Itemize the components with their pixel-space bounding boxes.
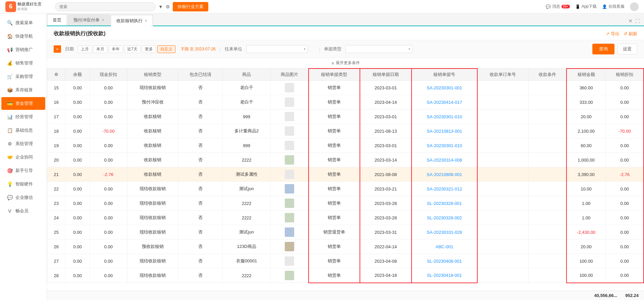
expand-chevron-icon: ∨ xyxy=(331,61,334,66)
brand-name: 畅捷通好生意 xyxy=(17,2,42,7)
sidebar-item-search[interactable]: 🔍 搜索菜单 xyxy=(1,16,45,29)
tab-verify-close[interactable]: ✕ xyxy=(145,19,147,23)
query-button[interactable]: 查询 xyxy=(592,44,614,54)
search-dropdown-icon[interactable]: ▼ xyxy=(158,4,163,9)
sidebar-item-sales[interactable]: 💰 销售管理 xyxy=(1,57,45,70)
goods-image-placeholder xyxy=(285,227,294,237)
sidebar-item-basic[interactable]: 📋 基础信息 xyxy=(1,124,45,137)
refresh-icon: ↺ xyxy=(624,31,627,36)
verify-doc-no-link[interactable]: SL-20230328-002 xyxy=(427,215,462,220)
partner-filter-label: 往来单位 xyxy=(225,46,242,52)
expand-more-bar[interactable]: ∨ 展开更多条件 xyxy=(47,58,644,68)
message-icon: 💬 xyxy=(546,4,551,9)
top-search-input[interactable] xyxy=(55,2,156,11)
cash-discount-cell: 0.00 xyxy=(90,268,127,283)
brand: 6 畅捷通好生意 标准版 xyxy=(5,1,52,12)
verify-doc-date-cell: 2023-03-01 xyxy=(360,138,412,153)
refresh-button[interactable]: ↺ 刷新 xyxy=(624,31,637,37)
setting-button[interactable]: 设置 xyxy=(617,44,637,54)
verify-type-cell: 收款核销 xyxy=(127,153,178,167)
user-avatar[interactable] xyxy=(630,2,639,11)
verify-doc-no-link[interactable]: SA-20230301-010 xyxy=(427,143,462,148)
verify-doc-no-link[interactable]: SL-20230418-001 xyxy=(427,273,462,278)
goods-image-cell xyxy=(271,182,309,196)
verify-doc-type-cell: 销货单 xyxy=(309,211,360,225)
verify-discount-cell: 0.00 xyxy=(606,268,644,283)
verify-type-cell: 现结收款核销 xyxy=(127,81,178,95)
sidebar-label-guide: 新手引导 xyxy=(15,168,33,174)
wechat-icon: 💬 xyxy=(7,195,13,200)
tab-close-window-icon[interactable]: ✕ xyxy=(628,18,633,24)
sidebar-item-collab[interactable]: 🤝 企业协同 xyxy=(1,151,45,164)
sidebar-item-system[interactable]: ⚙ 系统管理 xyxy=(1,137,45,150)
include-settled-cell: 否 xyxy=(178,182,222,196)
verify-doc-no-link[interactable]: SA-20230301-010 xyxy=(427,114,462,119)
date-this-month-btn[interactable]: 本月 xyxy=(93,45,107,53)
cash-discount-cell: 0.00 xyxy=(90,138,127,153)
sidebar-item-operations[interactable]: 📊 经营管理 xyxy=(1,111,45,123)
partner-input[interactable] xyxy=(246,45,308,53)
date-more-btn[interactable]: 更多 xyxy=(142,45,156,53)
date-last-7days-btn[interactable]: 近7天 xyxy=(124,45,141,53)
date-custom-btn[interactable]: 自定义 xyxy=(157,45,175,53)
verify-type-cell: 收款核销 xyxy=(127,110,178,124)
verify-doc-no-cell: SA-20230314-008 xyxy=(412,153,477,167)
verify-doc-no-cell: ABC-001 xyxy=(412,240,477,254)
sidebar-item-purchase[interactable]: 🛒 采购管理 xyxy=(1,70,45,83)
verify-amount-cell: 3,390.00 xyxy=(567,167,606,182)
industry-solution-button[interactable]: 休验行业方案 xyxy=(173,2,208,11)
balance-cell: 0.00 xyxy=(65,211,90,225)
goods-cell: 多计量商品2 xyxy=(223,124,271,138)
sidebar-item-inventory[interactable]: 📦 库存核算 xyxy=(1,84,45,96)
sidebar-item-hardware[interactable]: 💡 智能硬件 xyxy=(1,178,45,190)
col-gear[interactable]: ⚙ xyxy=(47,69,65,81)
verify-doc-type-cell: 销货单 xyxy=(309,196,360,211)
tab-maximize-icon[interactable]: ⛶ xyxy=(635,18,640,24)
verify-doc-no-link[interactable]: SL-20230408-001 xyxy=(427,259,462,264)
online-service-action[interactable]: 👤 在线客服 xyxy=(602,4,625,9)
row-num-cell: 27 xyxy=(47,254,65,268)
verify-doc-no-link[interactable]: SL-20230328-001 xyxy=(427,201,462,206)
sidebar-item-wechat[interactable]: 💬 企业微信 xyxy=(1,191,45,204)
verify-doc-no-link[interactable]: ABC-001 xyxy=(435,244,453,249)
verify-type-cell: 现结收款核销 xyxy=(127,225,178,240)
verify-doc-no-link[interactable]: SA-20230331-026 xyxy=(427,230,462,235)
verify-doc-date-cell: 2023-03-31 xyxy=(360,225,412,240)
verify-doc-no-link[interactable]: SA-20230321-012 xyxy=(427,186,462,191)
sidebar-item-guide[interactable]: 🎯 新手引导 xyxy=(1,164,45,177)
verify-doc-no-link[interactable]: SA-20210813-001 xyxy=(427,129,462,134)
purchase-icon: 🛒 xyxy=(7,74,13,79)
sidebar-item-member[interactable]: V 畅会员 xyxy=(1,205,45,217)
filter-toggle-button[interactable]: » xyxy=(54,45,61,53)
app-download-action[interactable]: 📱 App下载 xyxy=(575,4,597,9)
doc-type-select[interactable] xyxy=(345,45,413,53)
verify-type-cell: 现结收款核销 xyxy=(127,254,178,268)
verify-discount-cell: -70.00 xyxy=(606,124,644,138)
tab-verify[interactable]: 收款核销执行 ✕ xyxy=(111,15,153,26)
service-icon: 👤 xyxy=(602,4,607,9)
row-num-cell: 19 xyxy=(47,138,65,153)
table-row: 170.000.00收款核销否999销货单2023-03-01SA-202303… xyxy=(47,110,644,124)
tab-prepay-close[interactable]: ✕ xyxy=(102,18,104,22)
date-this-year-btn[interactable]: 本年 xyxy=(109,45,123,53)
sidebar-item-finance[interactable]: 💳 资金管理 xyxy=(1,97,45,110)
tab-prepay[interactable]: 预付冲应付单 ✕ xyxy=(68,14,110,26)
sidebar-item-nav[interactable]: 🏠 快捷导航 xyxy=(1,30,45,43)
goods-cell: 2222 xyxy=(223,196,271,211)
goods-image-cell xyxy=(271,81,309,95)
verify-doc-no-link[interactable]: SA-20210808-001 xyxy=(427,172,462,177)
sidebar-item-marketing[interactable]: 📢 营销推广 xyxy=(1,43,45,56)
tab-home[interactable]: 首页 xyxy=(47,14,67,26)
goods-cell: 测试多属性 xyxy=(223,167,271,182)
verify-doc-no-link[interactable]: SA-20230414-017 xyxy=(427,100,462,105)
message-action[interactable]: 💬 消息 99+ xyxy=(546,4,570,9)
settings-icon[interactable]: ⚙ xyxy=(166,4,170,9)
verify-doc-no-link[interactable]: SA-20230301-001 xyxy=(427,85,462,90)
doc-type-select-wrap xyxy=(345,45,413,53)
verify-doc-no-link[interactable]: SA-20230314-008 xyxy=(427,158,462,163)
col-balance: 余额 xyxy=(65,69,90,81)
date-last-month-btn[interactable]: 上月 xyxy=(78,45,92,53)
export-button[interactable]: ↗ 导出 xyxy=(606,31,620,37)
goods-image-cell xyxy=(271,254,309,268)
receipt-condition-cell xyxy=(529,95,567,110)
